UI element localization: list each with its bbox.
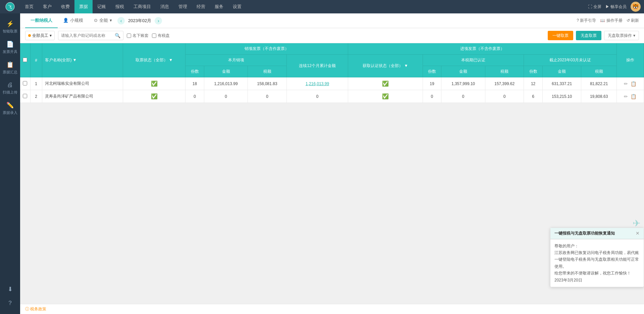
th-sales-tax: 税额 xyxy=(248,66,287,77)
period-next-btn[interactable]: › xyxy=(155,17,162,24)
nav-settings[interactable]: 设置 xyxy=(228,0,246,13)
th-monthly-sales: 本月销项 xyxy=(185,55,287,66)
row-12month-1: 0 xyxy=(286,90,348,103)
nav-manage[interactable]: 管理 xyxy=(174,0,192,13)
notification-close-btn[interactable]: ✕ xyxy=(636,231,640,236)
row-monthly-amount-1: 0 xyxy=(204,90,248,103)
open-invoice-icon: 📄 xyxy=(6,41,14,48)
tab-small-scale[interactable]: 👤 小规模 xyxy=(58,13,89,28)
manual-btn[interactable]: 📖 操作手册 xyxy=(600,18,622,23)
member-btn[interactable]: ▶ 畅享会员 xyxy=(605,4,627,10)
row-verified-tax-1: 0 xyxy=(485,90,524,103)
th-fetch-status-filter-icon[interactable]: ▼ xyxy=(169,58,173,62)
tab-all-icon: ⊙ xyxy=(94,18,98,23)
tab-all-label: 全能 xyxy=(99,17,108,23)
nav-service[interactable]: 服务 xyxy=(210,0,228,13)
th-unverified-amount: 金额 xyxy=(542,66,581,77)
top-nav: 飞 首页 客户 收费 票据 记账 报税 工商项目 消息 管理 经营 服务 设置 … xyxy=(0,0,644,13)
user-avatar[interactable]: 🐯 xyxy=(631,2,641,12)
table-container: # 客户名称(全部) ▼ 取票状态（全部） ▼ 销项发票（不含作废票） 进项发票… xyxy=(20,43,644,103)
row-monthly-tax-0: 158,081.83 xyxy=(248,77,287,90)
th-unverified-tax: 税额 xyxy=(581,66,617,77)
row-unverified-qty-1: 6 xyxy=(524,90,542,103)
notification-popup: 一键报税与无盘取票功能恢复通知 ✕ ✈ 尊敬的用户：江苏政务网已恢复访问电子税务… xyxy=(550,228,644,287)
edit-icon-0[interactable]: ✏ xyxy=(624,81,628,86)
th-sales-group: 销项发票（不含作废票） xyxy=(185,43,348,55)
th-current-period-verified: 本税期已认证 xyxy=(423,55,524,66)
nav-invoice[interactable]: 票据 xyxy=(74,0,93,13)
th-action: 操作 xyxy=(616,43,644,77)
sidebar-item-open-invoice[interactable]: 📄 发票开具 xyxy=(0,37,20,58)
nav-billing[interactable]: 收费 xyxy=(56,0,74,13)
row-verified-qty-1: 0 xyxy=(423,90,441,103)
no-disk-ops-btn[interactable]: 无盘取票操作 ▾ xyxy=(604,31,639,40)
refresh-btn[interactable]: ↺ 刷新 xyxy=(627,18,639,23)
nav-business[interactable]: 经营 xyxy=(192,0,210,13)
row-checkbox-0[interactable] xyxy=(20,77,30,90)
employee-label: 全部员工 xyxy=(32,33,48,39)
row-12month-0[interactable]: 1,216,013.99 xyxy=(286,77,348,90)
checkbox-subaccount[interactable]: 名下账套 xyxy=(127,33,149,39)
edit-icon-1[interactable]: ✏ xyxy=(624,94,628,99)
filter-actions: 一键取票 无盘取票 无盘取票操作 ▾ xyxy=(548,31,639,40)
select-all-checkbox[interactable] xyxy=(23,58,27,62)
filter-bar: 全部员工 ▾ 🔍 名下账套 有税盘 一键取票 无盘取票 无盘取票操作 ▾ xyxy=(20,28,644,43)
table-row: 2 灵寿县尚泽矿产品有限公司 ✅ 0 0 0 0 ✅ 0 0 0 6 153,2… xyxy=(20,90,644,103)
smart-fetch-icon: ⚡ xyxy=(6,20,14,27)
tab-all-dropdown-icon: ▾ xyxy=(110,18,112,23)
dropdown-arrow-icon: ▾ xyxy=(633,33,635,38)
checkbox-taxdisk[interactable]: 有税盘 xyxy=(152,33,170,39)
tab-all[interactable]: ⊙ 全能 ▾ xyxy=(89,13,117,28)
nav-commerce[interactable]: 工商项目 xyxy=(129,0,156,13)
nav-message[interactable]: 消息 xyxy=(156,0,174,13)
tax-policy-link[interactable]: ⓘ 税务政策 xyxy=(25,306,46,312)
row-actions-0: ✏ 📋 xyxy=(616,77,644,90)
row-purchase-status-0: ✅ xyxy=(348,77,423,90)
subaccount-checkbox[interactable] xyxy=(127,34,131,38)
notification-body: 尊敬的用户：江苏政务网已恢复访问电子税务局功能，易代账一键登陆电子税务局与无盘取… xyxy=(550,239,644,287)
guide-btn[interactable]: ? 新手引导 xyxy=(577,18,596,23)
view-icon-0[interactable]: 📋 xyxy=(631,81,636,86)
nav-accounting[interactable]: 记账 xyxy=(93,0,111,13)
sidebar-help-icon[interactable]: ？ xyxy=(0,297,20,309)
sidebar-item-entry[interactable]: ✏️ 票据录入 xyxy=(0,98,20,119)
nav-customer[interactable]: 客户 xyxy=(38,0,56,13)
no-disk-fetch-btn[interactable]: 无盘取票 xyxy=(576,31,601,40)
sidebar-item-smart-fetch[interactable]: ⚡ 智能取票 xyxy=(0,17,20,37)
employee-dropdown-icon: ▾ xyxy=(50,33,52,38)
summary-icon: 📋 xyxy=(6,61,14,68)
th-purchase-status: 获取认证状态（全部） ▼ xyxy=(348,55,423,77)
one-click-fetch-btn[interactable]: 一键取票 xyxy=(548,31,573,40)
th-unverified-qty: 份数 xyxy=(524,66,542,77)
nav-right: ⛶ 全屏 ▶ 畅享会员 🐯 xyxy=(588,2,641,12)
period-prev-btn[interactable]: ‹ xyxy=(117,17,125,24)
no-disk-ops-label: 无盘取票操作 xyxy=(608,33,632,39)
tab-bar: 一般纳税人 👤 小规模 ⊙ 全能 ▾ ‹ 2023年02月 › ? 新手引导 📖… xyxy=(20,13,644,28)
taxdisk-checkbox[interactable] xyxy=(152,34,156,38)
sidebar-download-icon[interactable]: ⬇ xyxy=(0,283,20,295)
row-checkbox-1[interactable] xyxy=(20,90,30,103)
tab-small-icon: 👤 xyxy=(63,18,68,23)
nav-tax[interactable]: 报税 xyxy=(111,0,129,13)
nav-home[interactable]: 首页 xyxy=(20,0,38,13)
th-purchase-status-filter-icon[interactable]: ▼ xyxy=(404,63,408,68)
view-icon-1[interactable]: 📋 xyxy=(631,94,636,99)
fullscreen-btn[interactable]: ⛶ 全屏 xyxy=(588,4,601,10)
tab-small-label: 小规模 xyxy=(70,17,83,23)
sidebar-item-summary[interactable]: 📋 票据汇总 xyxy=(0,58,20,78)
sidebar-item-scan-upload[interactable]: 🖨 扫描上传 xyxy=(0,78,20,98)
tab-general-taxpayer[interactable]: 一般纳税人 xyxy=(25,13,58,28)
row-customer-0: 河北柯瑞栋实业有限公司 xyxy=(42,77,123,90)
th-sales-qty: 份数 xyxy=(185,66,204,77)
sidebar-item-label-summary: 票据汇总 xyxy=(3,70,17,75)
th-customer-filter-icon[interactable]: ▼ xyxy=(73,58,77,62)
scan-upload-icon: 🖨 xyxy=(7,81,13,88)
search-btn[interactable]: 🔍 xyxy=(112,33,123,38)
employee-filter[interactable]: 全部员工 ▾ xyxy=(25,31,55,40)
th-no: # xyxy=(30,43,42,77)
search-input[interactable] xyxy=(58,32,112,39)
row-verified-amount-1: 0 xyxy=(441,90,485,103)
th-checkbox xyxy=(20,43,30,77)
th-12month: 连续12个月累计金额 xyxy=(286,55,348,77)
sidebar-item-label-scan-upload: 扫描上传 xyxy=(3,90,17,95)
